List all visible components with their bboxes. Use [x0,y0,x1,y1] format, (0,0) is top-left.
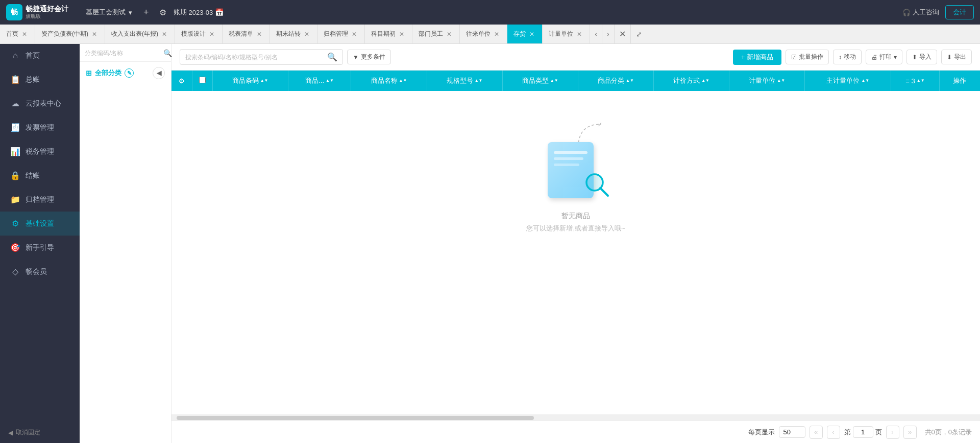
sidebar-item-archivemgr[interactable]: 📁 归档管理 [0,188,80,212]
tab-employees-close[interactable]: ✕ [445,30,453,38]
tab-periodend-close[interactable]: ✕ [303,30,311,38]
cancel-fixed-icon: ◀ [8,429,13,436]
tab-subject-close[interactable]: ✕ [398,30,406,38]
th-unit[interactable]: 计量单位 ▲▼ [729,71,805,91]
tab-partners[interactable]: 往来单位 ✕ [460,25,507,43]
period-info: 账期 2023-03 📅 [174,8,224,17]
top-header: 畅 畅捷通好会计 旗舰版 基层工会测试 ▾ + ⚙ 账期 2023-03 📅 🎧… [0,0,980,25]
sidebar-item-guide[interactable]: 🎯 新手引导 [0,236,80,260]
tab-home-close[interactable]: ✕ [20,30,29,38]
tab-template[interactable]: 模版设计 ✕ [175,25,223,43]
sidebar-item-basic[interactable]: ⚙ 基础设置 [0,212,80,236]
logo-text-group: 畅捷通好会计 旗舰版 [26,5,68,20]
sidebar-item-vip[interactable]: ◇ 畅会员 [0,260,80,284]
tax-icon: 📊 [10,147,20,156]
left-panel: 🔍 ⊞ 全部分类 ✎ ◀ [80,44,172,443]
th-checkbox[interactable] [192,71,212,91]
tab-subject-label: 科目期初 [371,30,396,38]
cancel-fixed-btn[interactable]: ◀ 取消固定 [0,422,80,443]
tab-periodend[interactable]: 期末结转 ✕ [270,25,317,43]
th-main-unit[interactable]: 主计量单位 ▲▼ [805,71,891,91]
th-type[interactable]: 商品类型 ▲▼ [502,71,578,91]
sidebar-item-closing[interactable]: 🔒 结账 [0,164,80,188]
tab-template-close[interactable]: ✕ [208,30,216,38]
tab-archive-label: 归档管理 [324,30,348,38]
horizontal-scrollbar[interactable] [172,414,980,421]
th-category[interactable]: 商品分类 ▲▼ [578,71,653,91]
tab-balance[interactable]: 资产负债表(中期) ✕ [35,25,105,43]
filter-button[interactable]: ▼ 更多条件 [347,50,391,64]
th-code[interactable]: 商品... ▲▼ [288,71,351,91]
th-actions: 操作 [939,71,980,91]
search-bar: 🔍 [180,49,343,65]
search-icon[interactable]: 🔍 [327,52,337,62]
sidebar-item-home[interactable]: ⌂ 首页 [0,44,80,67]
customer-service-btn[interactable]: 🎧 人工咨询 [902,8,939,17]
sidebar-item-invoice[interactable]: 🧾 发票管理 [0,115,80,139]
category-search-input[interactable] [85,50,161,57]
tab-unit-close[interactable]: ✕ [575,30,583,38]
settings-button[interactable]: ⚙ [156,6,169,19]
filter-label: 更多条件 [361,53,385,61]
tab-nav-prev[interactable]: ‹ [590,25,602,43]
sort-arrows-code: ▲▼ [326,80,334,82]
prev-page-btn[interactable]: ‹ [827,426,840,439]
logo-area: 畅 畅捷通好会计 旗舰版 [6,4,78,20]
tab-close-all[interactable]: ✕ [615,25,631,43]
th-settings[interactable]: ⚙ [172,71,192,91]
scroll-thumb[interactable] [177,416,534,420]
tab-taxclear-close[interactable]: ✕ [255,30,263,38]
svg-line-2 [600,188,608,196]
tab-balance-close[interactable]: ✕ [90,30,99,38]
add-product-button[interactable]: + 新增商品 [733,50,781,65]
sort-arrows-category: ▲▼ [626,80,634,82]
page-number-input[interactable] [853,426,873,438]
th-col3[interactable]: ≡ 3 ▲▼ [891,71,939,91]
print-btn[interactable]: 🖨 打印 ▾ [866,50,902,64]
export-btn[interactable]: ⬇ 导出 [941,50,972,64]
th-name[interactable]: 商品名称 ▲▼ [351,71,427,91]
category-all-item[interactable]: ⊞ 全部分类 ✎ ◀ [80,62,171,84]
next-page-btn[interactable]: › [886,426,899,439]
tab-partners-close[interactable]: ✕ [493,30,501,38]
tab-income[interactable]: 收入支出表(年报) ✕ [105,25,175,43]
tab-taxclear[interactable]: 税表清单 ✕ [223,25,270,43]
tab-subject[interactable]: 科目期初 ✕ [365,25,412,43]
sidebar-item-ledger[interactable]: 📋 总账 [0,67,80,91]
tab-unit[interactable]: 计量单位 ✕ [543,25,590,43]
calendar-icon[interactable]: 📅 [215,8,224,16]
sidebar-label-vip: 畅会员 [26,267,47,276]
batch-btn[interactable]: ☑ 批量操作 [786,50,829,64]
category-search-icon[interactable]: 🔍 [163,49,172,57]
add-tab-button[interactable]: + [140,5,152,20]
first-page-btn[interactable]: « [810,426,823,439]
last-page-btn[interactable]: » [903,426,917,439]
th-spec[interactable]: 规格型号 ▲▼ [427,71,502,91]
tab-maximize[interactable]: ⤢ [631,25,647,43]
import-btn[interactable]: ⬆ 导入 [906,50,937,64]
right-panel: 🔍 ▼ 更多条件 + 新增商品 ☑ 批量操作 ↕ 移动 [172,44,980,443]
th-barcode[interactable]: 商品条码 ▲▼ [212,71,288,91]
move-btn[interactable]: ↕ 移动 [833,50,862,64]
tab-income-close[interactable]: ✕ [160,30,168,38]
category-edit-badge[interactable]: ✎ [125,68,134,78]
select-all-checkbox[interactable] [199,77,206,83]
page-size-select[interactable]: 20 50 100 [779,426,805,438]
tab-archive-close[interactable]: ✕ [350,30,358,38]
guide-icon: 🎯 [10,243,20,252]
th-price-method[interactable]: 计价方式 ▲▼ [653,71,729,91]
company-selector[interactable]: 基层工会测试 ▾ [82,6,136,19]
search-input[interactable] [185,54,325,61]
tab-home[interactable]: 首页 ✕ [0,25,35,43]
sidebar-item-tax[interactable]: 📊 税务管理 [0,139,80,164]
headset-icon: 🎧 [902,9,911,16]
tab-nav-next[interactable]: › [602,25,615,43]
tab-archive[interactable]: 归档管理 ✕ [317,25,365,43]
tab-inventory-close[interactable]: ✕ [528,30,536,38]
sidebar-item-reports[interactable]: ☁ 云报表中心 [0,91,80,115]
collapse-panel-btn[interactable]: ◀ [153,67,165,79]
tab-inventory[interactable]: 存货 ✕ [507,25,543,43]
tab-employees[interactable]: 部门员工 ✕ [412,25,460,43]
empty-state: 暂无商品 您可以选择新增,或者直接导入哦~ [172,91,980,264]
account-button[interactable]: 会计 [945,5,974,19]
